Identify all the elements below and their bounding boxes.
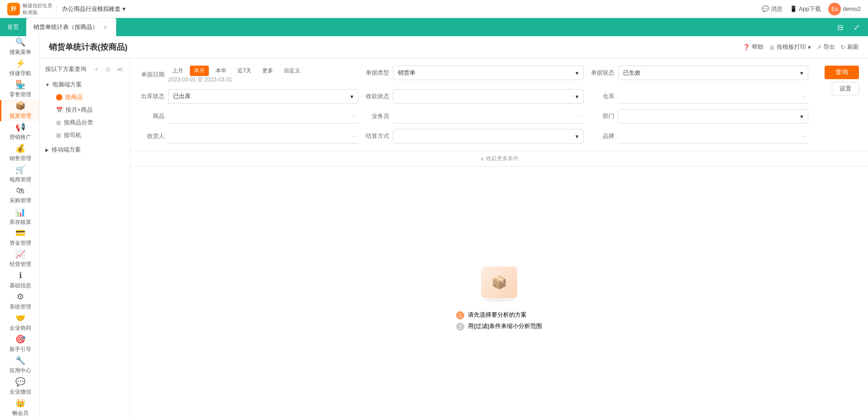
marketing-icon: 📢 <box>15 122 25 132</box>
empty-state: 📦 1 请先选择要分析的方案 2 用[过滤]条件来缩小分析范围 <box>130 166 868 418</box>
dept-label: 部门 <box>589 112 618 120</box>
scheme-item-icon-1: 📅 <box>56 107 63 113</box>
date-btn-7days[interactable]: 近7天 <box>233 66 255 76</box>
out-status-select[interactable]: 已出库 ▾ <box>168 89 359 104</box>
sidebar-item-guide[interactable]: 🎯 新手引导 <box>0 333 39 354</box>
sidebar-item-marketing[interactable]: 📢 营销推广 <box>0 121 39 142</box>
scheme-add-button[interactable]: + <box>92 65 101 74</box>
scheme-item-by-category[interactable]: ▦ 按商品分类 <box>40 116 130 129</box>
empty-step-2: 2 用[过滤]条件来缩小分析范围 <box>456 322 542 331</box>
print-button[interactable]: 🖨 按模板打印 ▾ <box>769 43 811 51</box>
sidebar-item-search[interactable]: 🔍 搜索菜单 <box>0 36 39 57</box>
scheme-group-pc-header[interactable]: ▼ 电脑端方案 <box>40 78 130 91</box>
page-actions: ❓ 帮助 🖨 按模板打印 ▾ ↗ 导出 ↻ 刷新 <box>743 43 859 57</box>
sidebar-item-ecom[interactable]: 🛒 电商管理 <box>0 163 39 185</box>
doc-status-select[interactable]: 已生效 ▾ <box>618 66 808 80</box>
salesperson-item: 业务员 <box>364 109 583 124</box>
scheme-group-mobile: ▶ 移动端方案 <box>40 143 130 156</box>
help-button[interactable]: ❓ 帮助 <box>743 43 764 51</box>
coop-icon: 🤝 <box>15 313 25 323</box>
sidebar-item-inventory[interactable]: 📊 库存核算 <box>0 206 39 227</box>
date-control: 上月 本月 本年 近7天 更多 自定义 2023-03-01 至 2023-03… <box>168 66 359 84</box>
collapse-bar[interactable]: ∧ 收起更多条件 <box>130 151 868 166</box>
quicknav-icon: ⚡ <box>15 58 25 68</box>
salesperson-input[interactable] <box>393 109 583 124</box>
goods-label: 商品 <box>139 112 168 120</box>
settle-select[interactable]: ▾ <box>393 129 583 143</box>
sidebar-item-vip[interactable]: 👑 畅会员 <box>0 397 39 418</box>
scheme-collapse-button[interactable]: ≪ <box>115 65 124 74</box>
salesperson-dots-icon <box>577 113 582 119</box>
app-download-button[interactable]: 📱 App下载 <box>790 5 821 13</box>
scheme-item-by-month-goods[interactable]: 📅 按月+商品 <box>40 104 130 116</box>
sidebar-item-purchase[interactable]: 🛍 采购管理 <box>0 185 39 206</box>
ecom-icon: 🛒 <box>15 165 25 175</box>
scheme-header: 按以下方案查询 + ⊙ ≪ <box>40 62 130 76</box>
logo-area: 好 畅捷信好生意 标准版 <box>7 2 52 15</box>
dept-chevron-icon: ▾ <box>800 113 803 120</box>
sidebar-item-quicknav[interactable]: ⚡ 快捷导航 <box>0 57 39 79</box>
receiver-input[interactable] <box>168 129 359 143</box>
logo-text: 畅捷信好生意 标准版 <box>23 2 52 15</box>
scheme-mobile-chevron-icon: ▶ <box>45 147 49 152</box>
sidebar-item-basic[interactable]: ℹ 基础信息 <box>0 270 39 291</box>
settle-label: 结算方式 <box>364 132 393 140</box>
chevron-down-icon: ▾ <box>123 5 126 12</box>
sidebar-item-coop[interactable]: 🤝 企业协同 <box>0 312 39 333</box>
doc-type-chevron-icon: ▾ <box>576 70 579 76</box>
date-btn-lastmonth[interactable]: 上月 <box>168 66 187 76</box>
dept-select[interactable]: ▾ <box>618 109 808 124</box>
tab-close-icon[interactable]: ✕ <box>102 24 109 31</box>
industry-selector[interactable]: 办公用品行业模拟账套 ▾ <box>56 5 126 13</box>
pay-status-select[interactable]: ▾ <box>393 89 583 104</box>
tab-bar: 首页 销货单统计表（按商品） ✕ ⊟ ⤢ <box>0 18 868 36</box>
export-button[interactable]: ↗ 导出 <box>816 43 835 51</box>
pay-status-item: 收款状态 ▾ <box>364 89 583 104</box>
scheme-settings-button[interactable]: ⊙ <box>104 65 113 74</box>
date-btn-custom[interactable]: 自定义 <box>280 66 304 76</box>
wholesale-icon: 📦 <box>15 101 25 111</box>
user-button[interactable]: Ea demo2 <box>828 3 861 15</box>
date-btn-thisyear[interactable]: 本年 <box>212 66 231 76</box>
brand-input[interactable] <box>618 129 808 143</box>
top-bar-right: 💬 消息 📱 App下载 Ea demo2 <box>762 3 861 15</box>
sidebar-item-ops[interactable]: 📈 经营管理 <box>0 248 39 270</box>
sidebar-item-wechat[interactable]: 💬 企业微信 <box>0 375 39 397</box>
sidebar-item-wholesale[interactable]: 📦 批发管理 <box>0 100 39 121</box>
sidebar-item-system[interactable]: ⚙ 系统管理 <box>0 291 39 312</box>
scheme-icons: + ⊙ ≪ <box>92 65 124 74</box>
sidebar: 🔍 搜索菜单 ⚡ 快捷导航 🏪 零售管理 📦 批发管理 📢 营销推广 💰 销售管… <box>0 36 40 418</box>
sidebar-item-retail[interactable]: 🏪 零售管理 <box>0 79 39 100</box>
page-title: 销货单统计表(按商品) <box>49 42 127 58</box>
scheme-group-mobile-header[interactable]: ▶ 移动端方案 <box>40 143 130 156</box>
mobile-icon: 📱 <box>790 5 797 12</box>
doc-type-select[interactable]: 销货单 ▾ <box>393 66 583 80</box>
refresh-icon: ↻ <box>840 44 845 51</box>
empty-step-1: 1 请先选择要分析的方案 <box>456 311 542 319</box>
warehouse-input[interactable] <box>618 89 808 104</box>
tab-home[interactable]: 首页 <box>0 18 26 36</box>
sales-icon: 💰 <box>15 143 25 153</box>
scheme-item-by-goods[interactable]: 按商品 <box>40 91 130 104</box>
guide-icon: 🎯 <box>15 334 25 344</box>
scheme-group-chevron-icon: ▼ <box>45 82 50 87</box>
sidebar-item-finance[interactable]: 💳 资金管理 <box>0 227 39 248</box>
sidebar-item-apps[interactable]: 🔧 应用中心 <box>0 354 39 375</box>
goods-dots-icon <box>352 113 357 119</box>
tab-report[interactable]: 销货单统计表（按商品） ✕ <box>26 18 116 36</box>
scheme-item-by-driver[interactable]: ▦ 按司机 <box>40 129 130 142</box>
query-button[interactable]: 查询 <box>825 66 859 79</box>
message-button[interactable]: 💬 消息 <box>762 5 783 13</box>
settings-button[interactable]: 设置 <box>832 82 859 95</box>
logo-icon: 好 <box>7 3 20 15</box>
date-btn-more[interactable]: 更多 <box>258 66 277 76</box>
pay-status-chevron-icon: ▾ <box>576 93 579 100</box>
tab-minimize-icon[interactable]: ⊟ <box>834 21 846 33</box>
sidebar-item-sales[interactable]: 💰 销售管理 <box>0 142 39 163</box>
goods-input[interactable] <box>168 109 359 124</box>
filter-panel: 单据日期 上月 本月 本年 近7天 更多 自定义 <box>130 58 868 151</box>
wechat-icon: 💬 <box>15 377 25 387</box>
date-btn-thismonth[interactable]: 本月 <box>190 66 209 76</box>
refresh-button[interactable]: ↻ 刷新 <box>840 43 859 51</box>
tab-expand-icon[interactable]: ⤢ <box>850 21 863 33</box>
